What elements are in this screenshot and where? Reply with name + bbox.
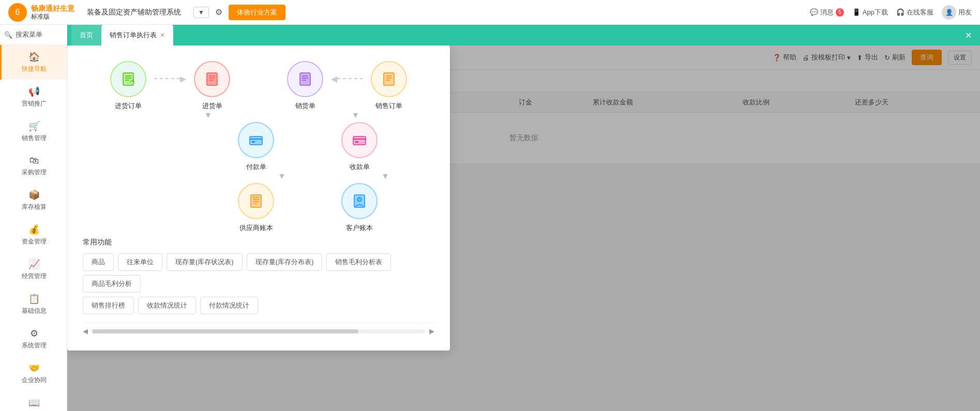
settings-icon-btn[interactable]: ⚙	[215, 7, 222, 17]
sales-invoice-label: 销货单	[295, 101, 315, 111]
tab-close-icon[interactable]: ✕	[160, 32, 165, 39]
avatar: 👤	[942, 5, 956, 20]
tab-bar: 首页 销售订单执行表 ✕ ✕	[67, 25, 980, 45]
home-icon: 🏠	[28, 51, 40, 63]
sidebar-item-newbie[interactable]: 📖 新手引导	[0, 391, 67, 411]
flow-row-1: 进货订单 ▶	[102, 61, 415, 111]
supplier-account-icon	[238, 183, 274, 219]
scrollbar-track[interactable]	[92, 329, 425, 333]
purchase-receipt-icon	[194, 61, 230, 97]
flow-row-3: 供应商账本	[132, 183, 385, 233]
dialog-scrollbar: ◀ ▶	[83, 323, 434, 335]
func-btn-sales-rank[interactable]: 销售排行榜	[83, 297, 134, 314]
top-bar: 6 畅康通好生意 标准版 装备及固定资产辅助管理系统 ▼ ⚙ 体验行业方案 💬 …	[0, 0, 980, 25]
sidebar-label-marketing: 营销推广	[22, 99, 47, 108]
trial-btn[interactable]: 体验行业方案	[229, 5, 285, 20]
svg-rect-16	[250, 136, 262, 145]
online-service-label: 在线客服	[907, 8, 933, 17]
online-service-btn[interactable]: 🎧 在线客服	[896, 8, 933, 17]
func-btn-stock-status[interactable]: 现存量(库存状况表)	[167, 253, 243, 271]
message-label: 消息	[820, 8, 834, 17]
app-download-label: App下载	[863, 8, 888, 17]
sidebar-search[interactable]: 🔍 搜索菜单	[0, 25, 67, 45]
scroll-right-btn[interactable]: ▶	[429, 327, 434, 335]
marketing-icon: 📢	[28, 86, 40, 97]
overlay: 进货订单 ▶	[67, 45, 980, 411]
customer-account-icon	[341, 183, 378, 219]
user-menu[interactable]: 👤 用友	[942, 5, 972, 20]
func-btn-product-profit[interactable]: 商品毛利分析	[83, 275, 141, 293]
func-btn-product[interactable]: 商品	[83, 253, 114, 271]
logo-char: 6	[16, 8, 20, 17]
down-arrow-right: ▼	[330, 111, 382, 120]
func-btn-receipt-stats[interactable]: 收款情况统计	[138, 297, 196, 314]
sidebar-item-finance[interactable]: 💰 资金管理	[0, 218, 67, 252]
sidebar-item-inventory[interactable]: 📦 库存核算	[0, 183, 67, 218]
tab-home-label: 首页	[80, 31, 93, 40]
top-bar-right: 💬 消息 5 📱 App下载 🎧 在线客服 👤 用友	[810, 5, 972, 20]
sales-icon: 🛒	[28, 120, 40, 132]
receipt-icon	[341, 122, 378, 158]
inventory-icon: 📦	[28, 189, 40, 201]
func-btn-stock-dist[interactable]: 现存量(库存分布表)	[247, 253, 323, 271]
arrow-1: ▶	[154, 74, 186, 98]
sidebar-item-system[interactable]: ⚙ 系统管理	[0, 322, 67, 356]
svg-rect-21	[355, 141, 358, 143]
search-icon: 🔍	[4, 31, 12, 39]
user-name: 用友	[958, 8, 972, 17]
sidebar-item-quick-nav[interactable]: 🏠 快捷导航	[0, 45, 67, 80]
top-bar-left: 6 畅康通好生意 标准版 装备及固定资产辅助管理系统 ▼ ⚙ 体验行业方案	[8, 3, 285, 22]
down-arrow-right-2: ▼	[359, 172, 411, 181]
purchase-receipt-label: 进货单	[202, 101, 222, 111]
finance-icon: 💰	[28, 224, 40, 235]
customer-account-label: 客户账本	[346, 223, 373, 233]
func-btn-payment-stats[interactable]: 付款情况统计	[200, 297, 258, 314]
tab-sales-order-exec[interactable]: 销售订单执行表 ✕	[101, 25, 173, 45]
sidebar: 🔍 搜索菜单 🏠 快捷导航 📢 营销推广 🛒 销售管理 🛍 采购管理 📦	[0, 25, 67, 411]
system-title: 装备及固定资产辅助管理系统	[81, 8, 187, 17]
sidebar-item-marketing[interactable]: 📢 营销推广	[0, 80, 67, 114]
flow-row-2: 付款单	[132, 122, 385, 172]
func-btn-sales-profit[interactable]: 销售毛利分析表	[326, 253, 391, 271]
payment-label: 付款单	[246, 162, 266, 172]
sales-invoice-icon	[287, 61, 323, 97]
sidebar-item-operation[interactable]: 📈 经营管理	[0, 252, 67, 287]
flow-arrows-down: ▼ ▼	[83, 111, 434, 120]
sidebar-item-purchase[interactable]: 🛍 采购管理	[0, 149, 67, 183]
sidebar-item-sales[interactable]: 🛒 销售管理	[0, 114, 67, 149]
purchase-order-icon	[110, 61, 146, 97]
svg-rect-4	[207, 73, 217, 85]
purchase-icon: 🛍	[29, 155, 39, 166]
common-functions: 常用功能 商品 往来单位 现存量(库存状况表) 现存量(库存分布表) 销售毛利分…	[83, 238, 434, 314]
tab-bar-close-btn[interactable]: ✕	[961, 31, 976, 40]
logo-icon: 6	[8, 3, 27, 22]
func-btn-related-unit[interactable]: 往来单位	[118, 253, 162, 271]
customer-account-node: 客户账本	[334, 183, 385, 233]
supplier-account-node: 供应商账本	[230, 183, 282, 233]
message-icon: 💬	[810, 8, 818, 16]
sidebar-label-system: 系统管理	[22, 341, 47, 350]
sidebar-item-basic[interactable]: 📋 基础信息	[0, 287, 67, 322]
sidebar-label-finance: 资金管理	[22, 237, 47, 246]
sidebar-item-enterprise[interactable]: 🤝 企业协同	[0, 356, 67, 391]
payment-node: 付款单	[230, 122, 282, 172]
sales-order-icon	[371, 61, 407, 97]
purchase-order-label: 进货订单	[115, 101, 142, 111]
search-label: 搜索菜单	[16, 30, 42, 39]
basic-icon: 📋	[28, 293, 40, 305]
flow-diagram: 进货订单 ▶	[83, 61, 434, 233]
scrollbar-thumb	[92, 329, 358, 333]
logo-area: 6 畅康通好生意 标准版	[8, 3, 74, 22]
newbie-icon: 📖	[28, 397, 40, 408]
system-dropdown-btn[interactable]: ▼	[193, 7, 209, 18]
message-badge: 5	[836, 8, 844, 17]
func-grid: 商品 往来单位 现存量(库存状况表) 现存量(库存分布表) 销售毛利分析表 商品…	[83, 253, 434, 293]
message-btn[interactable]: 💬 消息 5	[810, 8, 844, 17]
app-download-btn[interactable]: 📱 App下载	[852, 8, 888, 17]
content-area: 首页 销售订单执行表 ✕ ✕ ❓ 帮助 🖨 按	[67, 25, 980, 411]
sidebar-label-purchase: 采购管理	[22, 168, 47, 177]
scroll-left-btn[interactable]: ◀	[83, 327, 88, 335]
arrow-2: ◀	[331, 74, 363, 98]
sidebar-label-sales: 销售管理	[22, 134, 47, 143]
tab-home[interactable]: 首页	[71, 25, 101, 45]
